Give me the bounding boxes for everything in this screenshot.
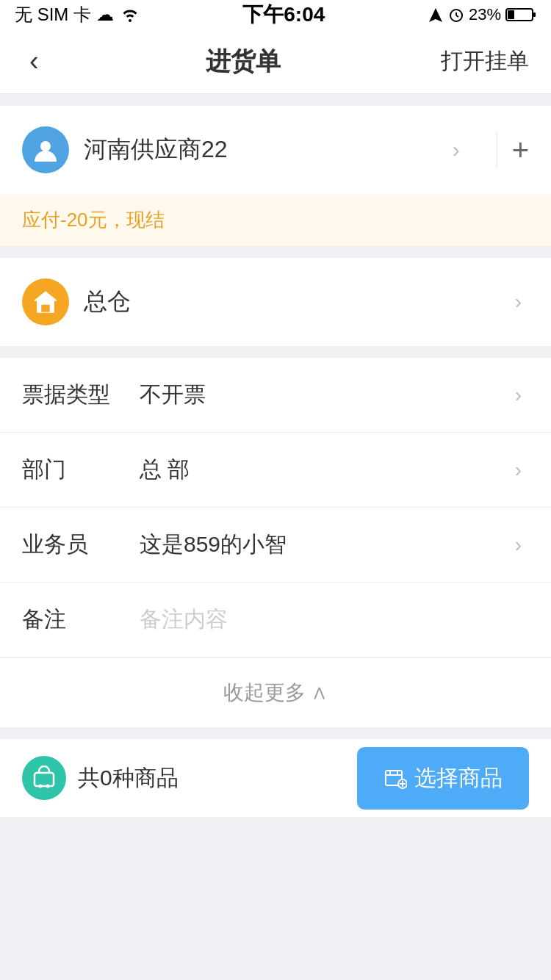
salesperson-label: 业务员 (22, 530, 125, 560)
page-title: 进货单 (206, 45, 281, 79)
supplier-row[interactable]: 河南供应商22 › + (0, 106, 551, 194)
remark-row[interactable]: 备注 备注内容 (0, 583, 551, 657)
salesperson-value: 这是859的小智 (125, 530, 515, 560)
supplier-divider (497, 131, 497, 168)
svg-rect-7 (41, 305, 49, 312)
cart-icon (32, 765, 57, 790)
salesperson-chevron-icon: › (515, 533, 522, 557)
open-pending-button[interactable]: 打开挂单 (441, 46, 529, 76)
remark-label: 备注 (22, 605, 125, 635)
form-section: 票据类型 不开票 › 部门 总 部 › 业务员 这是859的小智 › 备注 备注… (0, 358, 551, 727)
warehouse-icon (22, 278, 69, 325)
product-count-icon (22, 756, 66, 800)
top-divider (0, 94, 551, 106)
invoice-type-chevron-icon: › (515, 383, 522, 407)
svg-rect-5 (533, 12, 536, 17)
invoice-type-row[interactable]: 票据类型 不开票 › (0, 358, 551, 433)
product-count-wrap: 共0种商品 (22, 756, 179, 800)
back-button[interactable]: ‹ (22, 38, 46, 84)
warehouse-chevron-icon: › (515, 290, 522, 314)
department-chevron-icon: › (515, 458, 522, 482)
supplier-section: 河南供应商22 › + 应付-20元，现结 (0, 106, 551, 246)
status-right: 23% (428, 5, 536, 24)
invoice-type-label: 票据类型 (22, 380, 125, 410)
svg-point-6 (40, 141, 51, 151)
department-value: 总 部 (125, 455, 515, 485)
select-product-label: 选择商品 (414, 763, 503, 793)
status-bar: 无 SIM 卡 ☁ 下午6:04 23% (0, 0, 551, 29)
sim-label: 无 SIM 卡 ☁ (15, 3, 114, 26)
svg-rect-8 (35, 773, 54, 786)
status-left: 无 SIM 卡 ☁ (15, 3, 140, 26)
remark-input[interactable]: 备注内容 (125, 605, 529, 635)
notice-banner: 应付-20元，现结 (0, 194, 551, 246)
salesperson-row[interactable]: 业务员 这是859的小智 › (0, 508, 551, 583)
select-product-button[interactable]: 选择商品 (357, 747, 529, 810)
house-icon (32, 288, 60, 316)
product-count-text: 共0种商品 (78, 763, 179, 793)
select-product-icon (383, 766, 407, 790)
battery-icon (505, 7, 536, 23)
warehouse-name: 总仓 (84, 286, 515, 318)
bottom-bar: 共0种商品 选择商品 (0, 739, 551, 817)
person-icon (32, 137, 59, 163)
alarm-icon (448, 7, 464, 23)
svg-line-2 (456, 15, 458, 17)
nav-bar: ‹ 进货单 打开挂单 (0, 29, 551, 94)
supplier-chevron-icon: › (453, 137, 460, 162)
svg-rect-4 (508, 10, 514, 19)
location-icon (428, 7, 444, 23)
invoice-type-value: 不开票 (125, 380, 515, 410)
department-label: 部门 (22, 455, 125, 485)
wifi-icon (120, 7, 140, 22)
add-button[interactable]: + (512, 134, 529, 167)
status-time: 下午6:04 (242, 1, 325, 29)
battery-label: 23% (469, 5, 501, 24)
department-row[interactable]: 部门 总 部 › (0, 433, 551, 508)
collapse-button[interactable]: 收起更多 ∧ (0, 657, 551, 727)
warehouse-row[interactable]: 总仓 › (0, 258, 551, 346)
supplier-name: 河南供应商22 (84, 134, 453, 166)
warehouse-section: 总仓 › (0, 258, 551, 346)
svg-point-9 (39, 785, 43, 788)
supplier-avatar (22, 126, 69, 173)
svg-point-10 (46, 785, 50, 788)
